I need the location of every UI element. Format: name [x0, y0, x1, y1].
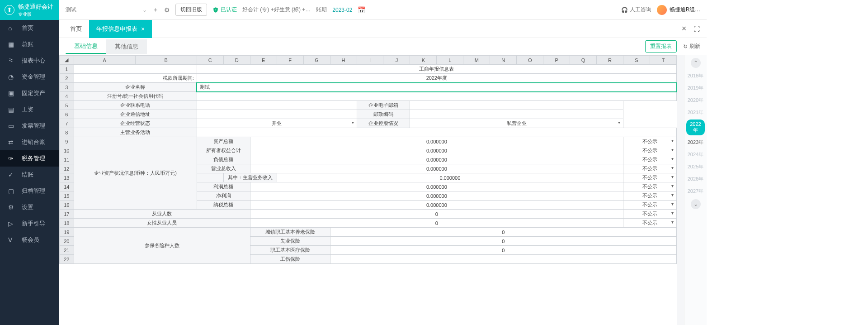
data-cell[interactable]: 0	[330, 228, 676, 237]
select-cell[interactable]: 不公示	[623, 164, 677, 173]
row-number[interactable]: 12	[60, 164, 74, 173]
year-option[interactable]: 2020年	[684, 94, 707, 106]
fin-value[interactable]: 0.000000	[250, 164, 623, 173]
nav-item-13[interactable]: V畅会员	[0, 232, 59, 248]
row-number[interactable]: 5	[60, 101, 74, 110]
nav-item-5[interactable]: ▤工资	[0, 101, 59, 118]
row-number[interactable]: 6	[60, 110, 74, 119]
company-name-input[interactable]: 测试	[197, 83, 676, 92]
row-number[interactable]: 18	[60, 219, 74, 228]
row-number[interactable]: 7	[60, 119, 74, 128]
data-cell[interactable]: 0	[330, 246, 676, 255]
nav-item-0[interactable]: ⌂首页	[0, 20, 59, 36]
row-number[interactable]: 8	[60, 128, 74, 137]
row-number[interactable]: 1	[60, 65, 74, 74]
row-number[interactable]: 14	[60, 182, 74, 191]
col-header[interactable]: J	[383, 56, 410, 65]
data-cell[interactable]	[197, 101, 357, 110]
col-header[interactable]: C	[197, 56, 223, 65]
col-header[interactable]: T	[650, 56, 677, 65]
col-header[interactable]: I	[357, 56, 383, 65]
row-number[interactable]: 16	[60, 201, 74, 210]
fin-value[interactable]: 0.000000	[250, 201, 623, 210]
select-cell[interactable]: 不公示	[623, 182, 677, 191]
sheet-corner[interactable]: ◢	[60, 56, 74, 65]
data-cell[interactable]	[410, 110, 623, 119]
data-cell[interactable]	[74, 65, 197, 74]
col-header[interactable]: G	[303, 56, 330, 65]
col-header[interactable]: M	[463, 56, 490, 65]
refresh-button[interactable]: ↻ 刷新	[683, 40, 700, 53]
tab-close-icon[interactable]: ×	[141, 25, 145, 33]
col-header[interactable]: R	[597, 56, 623, 65]
spreadsheet[interactable]: ◢ABCDEFGHIJKLMNOPQRST1工商年报信息表2税款所属期间:202…	[59, 55, 677, 325]
fin-value[interactable]: 0.000000	[250, 146, 623, 155]
data-cell[interactable]: 0	[250, 210, 623, 219]
nav-item-7[interactable]: ⇄进销台账	[0, 134, 59, 150]
fin-value[interactable]: 0.000000	[250, 137, 623, 146]
user-menu[interactable]: 畅捷通B组…	[657, 5, 700, 15]
col-header[interactable]: Q	[570, 56, 597, 65]
nav-item-11[interactable]: ⚙设置	[0, 199, 59, 215]
select-cell[interactable]: 私营企业	[410, 119, 623, 128]
col-header[interactable]: O	[517, 56, 543, 65]
year-option[interactable]: 2025年	[684, 161, 707, 173]
select-cell[interactable]: 不公示	[623, 210, 677, 219]
calendar-icon[interactable]: 📅	[358, 6, 365, 14]
col-header[interactable]: P	[543, 56, 570, 65]
row-number[interactable]: 3	[60, 83, 74, 92]
data-cell[interactable]	[197, 110, 357, 119]
col-header[interactable]: L	[437, 56, 463, 65]
col-header[interactable]: E	[250, 56, 277, 65]
col-header[interactable]: K	[410, 56, 437, 65]
nav-item-4[interactable]: ▣固定资产	[0, 85, 59, 101]
nav-item-8[interactable]: ✑税务管理	[0, 150, 59, 167]
row-number[interactable]: 9	[60, 137, 74, 146]
year-option[interactable]: 2027年	[684, 185, 707, 197]
select-cell[interactable]: 不公示	[623, 191, 677, 201]
add-icon[interactable]: ＋	[152, 6, 159, 14]
switch-old-button[interactable]: 切回旧版	[175, 4, 207, 16]
select-cell[interactable]: 不公示	[623, 219, 677, 228]
data-cell[interactable]	[330, 255, 676, 264]
select-cell[interactable]: 不公示	[623, 137, 677, 146]
data-cell[interactable]	[197, 128, 676, 137]
year-option[interactable]: 2024年	[684, 148, 707, 161]
fin-value[interactable]: 0.000000	[250, 155, 623, 164]
select-cell[interactable]: 不公示	[623, 146, 677, 155]
nav-item-1[interactable]: ▦总账	[0, 36, 59, 53]
row-number[interactable]: 22	[60, 255, 74, 264]
select-cell[interactable]: 开业	[197, 119, 357, 128]
col-header[interactable]: B	[135, 56, 197, 65]
col-header[interactable]: H	[330, 56, 357, 65]
nav-item-9[interactable]: ✓结账	[0, 167, 59, 183]
row-number[interactable]: 21	[60, 246, 74, 255]
row-number[interactable]: 19	[60, 228, 74, 237]
tab-0[interactable]: 首页	[63, 20, 89, 38]
row-number[interactable]: 4	[60, 92, 74, 101]
select-cell[interactable]: 不公示	[623, 173, 677, 182]
year-option[interactable]: 2021年	[684, 106, 707, 119]
col-header[interactable]: S	[623, 56, 650, 65]
col-header[interactable]: A	[74, 56, 135, 65]
col-header[interactable]: F	[277, 56, 303, 65]
row-number[interactable]: 20	[60, 237, 74, 246]
year-option[interactable]: 2019年	[684, 82, 707, 94]
year-up-icon[interactable]: ⌃	[691, 58, 701, 68]
subtab-0[interactable]: 基础信息	[66, 39, 106, 54]
subtab-1[interactable]: 其他信息	[106, 39, 147, 54]
reset-report-button[interactable]: 重置报表	[645, 40, 677, 53]
nav-item-12[interactable]: ▷新手引导	[0, 215, 59, 232]
gear-icon[interactable]: ⚙	[164, 6, 170, 14]
col-header[interactable]: D	[223, 56, 250, 65]
year-option[interactable]: 2023年	[684, 136, 707, 148]
nav-item-3[interactable]: ◔资金管理	[0, 69, 59, 85]
year-option[interactable]: 2018年	[684, 70, 707, 82]
data-cell[interactable]	[197, 92, 676, 101]
nav-item-2[interactable]: ⺀报表中心	[0, 53, 59, 69]
data-cell[interactable]: 0	[330, 237, 676, 246]
year-option[interactable]: 2026年	[684, 173, 707, 185]
col-header[interactable]: N	[490, 56, 517, 65]
support-link[interactable]: 🎧 人工咨询	[621, 6, 651, 14]
row-number[interactable]: 2	[60, 74, 74, 83]
